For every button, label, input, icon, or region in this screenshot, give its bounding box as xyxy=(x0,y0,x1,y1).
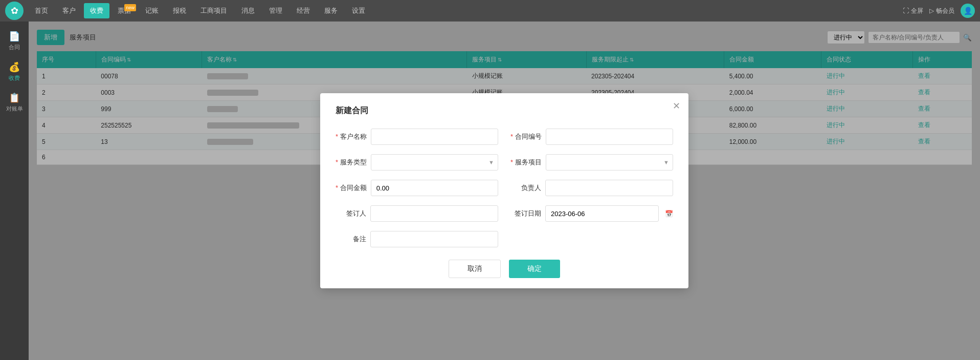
remark-label: 备注 xyxy=(336,235,366,244)
form-group-amount: 合同金额 xyxy=(336,180,498,196)
nav-invoice[interactable]: 票据 new xyxy=(112,3,137,18)
new-badge: new xyxy=(124,4,136,11)
nav-customer[interactable]: 客户 xyxy=(56,3,82,18)
service-item-select[interactable] xyxy=(546,154,673,171)
play-icon: ▷ xyxy=(929,7,934,14)
modal-close-button[interactable]: ✕ xyxy=(673,100,680,112)
form-row-4: 签订人 签订日期 📅 xyxy=(336,205,673,222)
contract-no-label: 合同编号 xyxy=(510,132,542,141)
main-layout: 📄 合同 💰 收费 📋 对账单 新增 服务项目 进行中 已完成 已取消 � xyxy=(0,22,980,360)
form-row-2: 服务类型 ▼ 服务项目 xyxy=(336,154,673,171)
service-type-select-wrapper: ▼ xyxy=(371,154,498,171)
nav-items: 首页 客户 收费 票据 new 记账 报税 工商项目 消息 管理 经营 服务 设… xyxy=(29,3,903,18)
contract-amount-input[interactable] xyxy=(371,180,498,196)
top-navigation: ✿ 首页 客户 收费 票据 new 记账 报税 工商项目 消息 管理 经营 服务… xyxy=(0,0,980,22)
calendar-icon[interactable]: 📅 xyxy=(665,210,673,218)
nav-home[interactable]: 首页 xyxy=(29,3,54,18)
form-row-1: 客户名称 合同编号 xyxy=(336,129,673,145)
sidebar-item-contract[interactable]: 📄 合同 xyxy=(2,27,27,55)
fullscreen-button[interactable]: ⛶ 全屏 xyxy=(903,7,923,15)
person-in-charge-label: 负责人 xyxy=(510,183,541,193)
nav-bookkeeping[interactable]: 记账 xyxy=(139,3,165,18)
form-row-5: 备注 xyxy=(336,231,673,247)
modal-footer: 取消 确定 xyxy=(336,260,673,278)
vip-button[interactable]: ▷ 畅会员 xyxy=(929,7,954,15)
new-contract-modal: ✕ 新建合同 客户名称 合同编号 服务类型 xyxy=(320,93,688,288)
service-item-select-wrapper: ▼ xyxy=(546,154,673,171)
billing-icon: 💰 xyxy=(9,61,20,73)
nav-billing[interactable]: 收费 xyxy=(84,3,109,18)
customer-name-label: 客户名称 xyxy=(336,132,367,141)
contract-amount-label: 合同金额 xyxy=(336,183,367,193)
sidebar-item-reconciliation[interactable]: 📋 对账单 xyxy=(2,88,27,117)
nav-bizproject[interactable]: 工商项目 xyxy=(194,3,233,18)
modal-title: 新建合同 xyxy=(336,105,673,116)
remark-input[interactable] xyxy=(370,231,498,247)
nav-settings[interactable]: 设置 xyxy=(346,3,371,18)
customer-name-input[interactable] xyxy=(371,129,498,145)
form-group-customer: 客户名称 xyxy=(336,129,498,145)
content-area: 新增 服务项目 进行中 已完成 已取消 🔍 序号 合同编码⇅ 客户名称⇅ 服务项… xyxy=(29,22,980,360)
service-item-label: 服务项目 xyxy=(510,158,542,167)
service-type-select[interactable] xyxy=(371,154,498,171)
nav-operations[interactable]: 经营 xyxy=(291,3,316,18)
contract-no-input[interactable] xyxy=(546,129,673,145)
sidebar: 📄 合同 💰 收费 📋 对账单 xyxy=(0,22,29,360)
fullscreen-icon: ⛶ xyxy=(903,7,909,14)
person-in-charge-input[interactable] xyxy=(545,180,673,196)
topnav-right: ⛶ 全屏 ▷ 畅会员 👤 xyxy=(903,4,975,18)
service-type-label: 服务类型 xyxy=(336,158,367,167)
form-group-signer: 签订人 xyxy=(336,205,498,222)
nav-manage[interactable]: 管理 xyxy=(263,3,288,18)
modal-overlay: ✕ 新建合同 客户名称 合同编号 服务类型 xyxy=(29,22,980,360)
confirm-button[interactable]: 确定 xyxy=(509,260,560,278)
sidebar-item-billing[interactable]: 💰 收费 xyxy=(2,57,27,86)
signer-label: 签订人 xyxy=(336,209,366,218)
contract-icon: 📄 xyxy=(9,31,20,42)
nav-message[interactable]: 消息 xyxy=(235,3,261,18)
form-group-sign-date: 签订日期 📅 xyxy=(510,205,673,222)
avatar[interactable]: 👤 xyxy=(961,4,975,18)
cancel-button[interactable]: 取消 xyxy=(449,260,501,278)
form-row-3: 合同金额 负责人 xyxy=(336,180,673,196)
signer-input[interactable] xyxy=(370,205,498,222)
form-group-contract-no: 合同编号 xyxy=(510,129,673,145)
reconciliation-icon: 📋 xyxy=(9,92,20,103)
sign-date-label: 签订日期 xyxy=(510,209,541,218)
form-group-remark: 备注 xyxy=(336,231,498,247)
nav-tax[interactable]: 报税 xyxy=(167,3,192,18)
form-group-service-type: 服务类型 ▼ xyxy=(336,154,498,171)
nav-service[interactable]: 服务 xyxy=(318,3,344,18)
form-group-service-item: 服务项目 ▼ xyxy=(510,154,673,171)
sign-date-input[interactable] xyxy=(545,205,659,222)
app-logo: ✿ xyxy=(5,2,24,20)
form-group-person-charge: 负责人 xyxy=(510,180,673,196)
